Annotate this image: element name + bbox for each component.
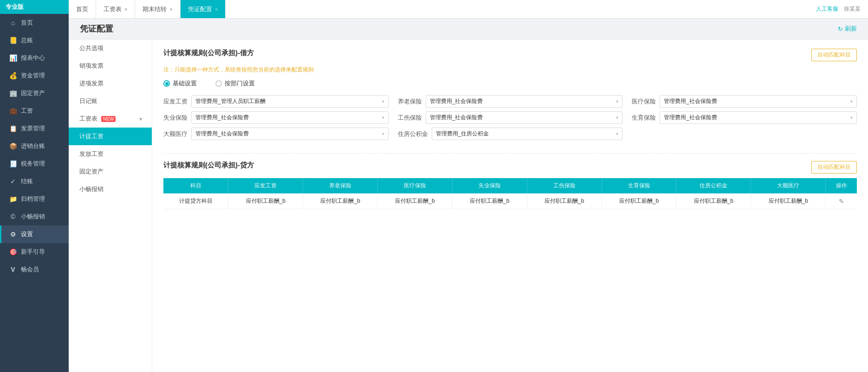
tab-period-close[interactable]: × — [169, 6, 172, 12]
submenu-payroll-table[interactable]: 工资表 NEW ▾ — [69, 110, 152, 128]
table-header-row: 科目 应发工资 养老保险 医疗保险 失业保险 工伤保险 生育保险 住房公积金 大… — [163, 178, 857, 193]
submenu-public-options[interactable]: 公共选项 — [69, 39, 152, 57]
tab-voucher-close[interactable]: × — [215, 6, 218, 12]
submenu-xiaochange[interactable]: 小畅报销 — [69, 180, 152, 198]
tab-payroll-close[interactable]: × — [124, 6, 127, 12]
debit-section-header: 计提核算规则(公司承担)-借方 自动匹配科目 — [163, 49, 857, 61]
form-item-daeyiliao: 大额医疗 管理费用_社会保险费 ▾ — [163, 128, 389, 140]
select-shiye-value: 管理费用_社会保险费 — [195, 114, 380, 122]
td-daeyiliao: 应付职工薪酬_b — [751, 193, 826, 209]
select-gongjijin[interactable]: 管理费用_住房公积金 ▾ — [432, 128, 623, 140]
sidebar-item-closing[interactable]: ✓ 结账 — [0, 173, 69, 190]
debit-form-row-1: 应发工资 管理费用_管理人员职工薪酬 ▾ 养老保险 管理费用_社会保险费 ▾ — [163, 95, 857, 108]
select-yanglao[interactable]: 管理费用_社会保险费 ▾ — [426, 95, 623, 108]
table-row: 计提贷方科目 应付职工薪酬_b 应付职工薪酬_b 应付职工薪酬_b 应付职工薪酬… — [163, 193, 857, 209]
th-shiye: 失业保险 — [452, 178, 527, 193]
sidebar-item-fund-management[interactable]: 💰 资金管理 — [0, 67, 69, 84]
archive-icon: 📁 — [9, 195, 17, 203]
xiaochange-icon: © — [9, 213, 17, 220]
radio-basic-setting[interactable]: 基础设置 — [163, 79, 197, 88]
submenu-calc-payroll[interactable]: 计提工资 — [69, 128, 152, 145]
sidebar-item-tax[interactable]: 🧾 税务管理 — [0, 155, 69, 173]
sidebar-item-report-center[interactable]: 📊 报表中心 — [0, 49, 69, 67]
select-yiliao[interactable]: 管理费用_社会保险费 ▾ — [660, 95, 857, 108]
sidebar-label-xiaochange: 小畅报销 — [21, 212, 45, 221]
sidebar-item-archive[interactable]: 📁 归档管理 — [0, 190, 69, 208]
radio-dept-setting[interactable]: 按部门设置 — [215, 79, 255, 88]
form-item-gongshang: 工伤保险 管理费用_社会保险费 ▾ — [398, 111, 623, 124]
sidebar-item-vip[interactable]: V 畅会员 — [0, 261, 69, 278]
sidebar-item-general-ledger[interactable]: 📒 总账 — [0, 32, 69, 49]
select-yingfa-value: 管理费用_管理人员职工薪酬 — [195, 97, 380, 105]
page-header: 凭证配置 ↻ 刷新 — [69, 19, 868, 39]
submenu-purchase-invoice[interactable]: 进项发票 — [69, 75, 152, 92]
form-item-shengyu: 生育保险 管理费用_社会保险费 ▾ — [632, 111, 857, 124]
submenu-sales-invoice[interactable]: 销项发票 — [69, 57, 152, 75]
refresh-button[interactable]: ↻ 刷新 — [838, 25, 857, 33]
sidebar-item-home[interactable]: ⌂ 首页 — [0, 14, 69, 32]
sidebar-label-settings: 设置 — [21, 230, 33, 238]
help-link[interactable]: 人工客服 — [816, 5, 838, 13]
topbar-right: 人工客服 徐某某 — [816, 5, 868, 13]
chevron-icon-5: ▾ — [616, 115, 618, 120]
chevron-icon-4: ▾ — [382, 115, 384, 120]
sidebar-item-xiaochange[interactable]: © 小畅报销 — [0, 208, 69, 225]
form-item-yanglao: 养老保险 管理费用_社会保险费 ▾ — [398, 95, 623, 108]
tab-period-label: 期末结转 — [143, 5, 167, 13]
tab-period-closing[interactable]: 期末结转 × — [135, 0, 180, 18]
debit-radio-group: 基础设置 按部门设置 — [163, 79, 857, 88]
sidebar-label-purchase-sales: 进销台账 — [21, 142, 45, 150]
sidebar-label-tax: 税务管理 — [21, 160, 45, 168]
chevron-icon-2: ▾ — [616, 99, 618, 104]
tab-voucher-config[interactable]: 凭证配置 × — [181, 0, 226, 18]
submenu-journal[interactable]: 日记账 — [69, 92, 152, 110]
sidebar-item-payroll[interactable]: 💼 工资 — [0, 102, 69, 120]
tax-icon: 🧾 — [9, 160, 17, 167]
form-item-empty — [632, 128, 857, 140]
select-shiye[interactable]: 管理费用_社会保险费 ▾ — [191, 111, 389, 124]
submenu-fixed-assets[interactable]: 固定资产 — [69, 163, 152, 180]
chevron-icon-8: ▾ — [616, 131, 618, 136]
form-item-gongjijin: 住房公积金 管理费用_住房公积金 ▾ — [398, 128, 623, 140]
th-daeyiliao: 大额医疗 — [751, 178, 826, 193]
sidebar-item-purchase-sales[interactable]: 📦 进销台账 — [0, 137, 69, 155]
td-shiye: 应付职工薪酬_b — [452, 193, 527, 209]
debit-auto-match-button[interactable]: 自动匹配科目 — [811, 49, 857, 61]
sidebar-label-general-ledger: 总账 — [21, 36, 33, 45]
debit-form-row-3: 大额医疗 管理费用_社会保险费 ▾ 住房公积金 管理费用_住房公积金 ▾ — [163, 128, 857, 140]
sub-menu: 公共选项 销项发票 进项发票 日记账 工资表 NEW ▾ 计提工资 — [69, 39, 152, 372]
sidebar-item-settings[interactable]: ⚙ 设置 — [0, 225, 69, 243]
form-item-yingfa-gongzi: 应发工资 管理费用_管理人员职工薪酬 ▾ — [163, 95, 389, 108]
sidebar-item-guide[interactable]: 🎯 新手引导 — [0, 243, 69, 261]
sidebar-label-payroll: 工资 — [21, 107, 33, 115]
new-badge: NEW — [101, 116, 116, 122]
vip-icon: V — [9, 266, 17, 273]
select-shengyu[interactable]: 管理费用_社会保险费 ▾ — [660, 111, 857, 124]
select-daeyiliao[interactable]: 管理费用_社会保险费 ▾ — [191, 128, 389, 140]
sidebar-item-invoice[interactable]: 📋 发票管理 — [0, 120, 69, 137]
select-yingfa[interactable]: 管理费用_管理人员职工薪酬 ▾ — [191, 95, 389, 108]
th-gongshang: 工伤保险 — [527, 178, 602, 193]
select-gongshang[interactable]: 管理费用_社会保险费 ▾ — [426, 111, 623, 124]
radio-dept-circle — [215, 80, 222, 87]
page-title: 凭证配置 — [80, 23, 113, 34]
td-edit[interactable]: ✎ — [826, 193, 857, 209]
sidebar-item-fixed-assets[interactable]: 🏢 固定资产 — [0, 84, 69, 102]
form-item-shiye: 失业保险 管理费用_社会保险费 ▾ — [163, 111, 389, 124]
radio-basic-label: 基础设置 — [173, 79, 197, 88]
credit-auto-match-button[interactable]: 自动匹配科目 — [811, 161, 857, 173]
edit-icon[interactable]: ✎ — [839, 198, 844, 205]
th-yanglao: 养老保险 — [303, 178, 378, 193]
tab-payroll-table[interactable]: 工资表 × — [96, 0, 135, 18]
th-subject: 科目 — [163, 178, 228, 193]
credit-section: 计提核算规则(公司承担)-贷方 自动匹配科目 科目 应发工资 养老保险 医疗保险… — [163, 161, 857, 209]
sidebar-label-report-center: 报表中心 — [21, 54, 45, 62]
td-shengyu: 应付职工薪酬_b — [602, 193, 676, 209]
refresh-label: 刷新 — [845, 25, 857, 33]
chevron-icon: ▾ — [382, 99, 384, 104]
select-gongjijin-value: 管理费用_住房公积金 — [436, 130, 615, 138]
sidebar-label-archive: 归档管理 — [21, 195, 45, 203]
tab-home[interactable]: 首页 — [69, 0, 96, 18]
submenu-issue-payroll[interactable]: 发放工资 — [69, 145, 152, 163]
td-gongjijin: 应付职工薪酬_b — [676, 193, 751, 209]
